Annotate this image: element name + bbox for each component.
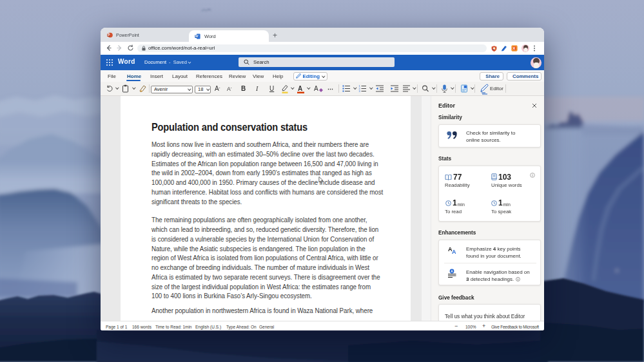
svg-text:W: W xyxy=(195,35,199,38)
svg-text:X: X xyxy=(512,46,515,50)
svg-text:3: 3 xyxy=(359,90,361,93)
